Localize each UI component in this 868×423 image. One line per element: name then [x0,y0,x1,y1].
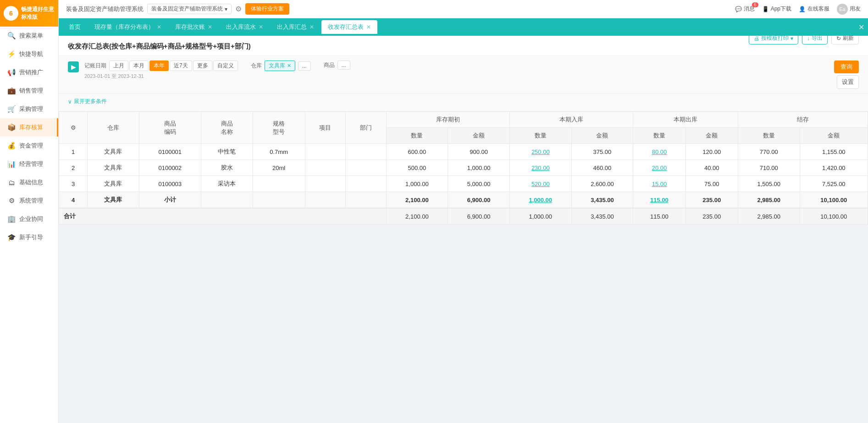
sidebar-item-system[interactable]: ⚙ 系统管理 [0,192,58,210]
tab-collect[interactable]: 收发存汇总表 ✕ [321,20,377,34]
goods-more-button[interactable]: ... [337,60,350,70]
row-open-qty: 500.00 [386,160,448,176]
filter-section: 记账日期 上月 本月 本年 近7天 更多 自定义 2023-01-01 至 20… [84,60,829,80]
sidebar-item-search[interactable]: 🔍 搜索菜单 [0,27,58,45]
print-icon: 🖨 [754,36,759,42]
filter-settings-button[interactable]: 设置 [837,75,859,89]
print-button[interactable]: 🖨 按模板打印 ▾ [749,36,798,44]
refresh-button[interactable]: ↻ 刷新 [831,36,859,44]
app-download-button[interactable]: 📱 App下载 [762,5,791,13]
total-bal-amt: 10,100.00 [800,208,868,225]
tab-close-inout[interactable]: ✕ [259,24,263,30]
close-all-tabs-button[interactable]: ✕ [858,23,864,32]
sidebar-item-newbie[interactable]: 🎓 新手引导 [0,228,58,247]
online-service-button[interactable]: 👤 在线客服 [799,5,829,13]
date-btn-this-year[interactable]: 本年 [149,60,169,71]
sidebar-item-purchase[interactable]: 🛒 采购管理 [0,100,58,118]
col-out-amt-header: 金额 [686,128,738,144]
export-button[interactable]: ↓ 导出 [802,36,828,44]
page-header: 收发存汇总表(按仓库+商品编码+商品+规格型号+项目+部门) 🖨 按模板打印 ▾… [59,36,868,56]
sidebar: 6 畅捷通好生意 标准版 🔍 搜索菜单 ⚡ 快捷导航 📢 营销推广 💼 销售管理… [0,0,59,423]
system-dropdown[interactable]: 装备及固定资产辅助管理系统 ▾ [147,4,232,14]
row-in-qty[interactable]: 230.00 [509,160,571,176]
base-icon: 🗂 [7,179,16,187]
row-in-qty[interactable]: 1,000.00 [509,192,571,209]
date-btn-custom[interactable]: 自定义 [213,60,238,71]
row-out-qty[interactable]: 20.00 [633,160,686,176]
tab-inventory[interactable]: 现存量（库存分布表） ✕ [88,20,168,34]
row-open-qty: 1,000.00 [386,176,448,192]
table-row: 3文具库0100003采访本1,000.005,000.00520.002,60… [59,176,868,192]
page-title: 收发存汇总表(按仓库+商品编码+商品+规格型号+项目+部门) [68,42,251,50]
row-bal-amt: 10,100.00 [800,192,868,209]
col-bal-qty-header: 数量 [738,128,800,144]
sidebar-item-quick[interactable]: ⚡ 快捷导航 [0,45,58,63]
row-spec: 20ml [253,160,305,176]
tab-close-collect[interactable]: ✕ [366,24,371,30]
row-in-qty[interactable]: 250.00 [509,144,571,160]
table-row: 1文具库0100001中性笔0.7mm600.00900.00250.00375… [59,144,868,160]
row-open-amt: 900.00 [448,144,510,160]
tab-summary[interactable]: 出入库汇总 ✕ [271,20,321,34]
date-btn-more[interactable]: 更多 [193,60,212,71]
row-open-qty: 600.00 [386,144,448,160]
filter-toggle-button[interactable]: ▶ [68,61,79,72]
expand-conditions-button[interactable]: ∨ 展开更多条件 [68,96,107,107]
tab-close-batch[interactable]: ✕ [208,24,212,30]
warehouse-filter-row: 仓库 文具库 ✕ ... [251,60,311,71]
total-out-qty: 115.00 [633,208,686,225]
row-out-qty[interactable]: 80.00 [633,144,686,160]
goods-filter-label: 商品 [324,61,335,69]
operation-icon: 📊 [7,160,16,168]
data-table: ⚙ 仓库 商品编码 商品名称 规格型号 项目 部门 库存期初 本期入库 本期出库… [59,111,868,225]
settings-icon[interactable]: ⚙ [235,5,242,13]
sidebar-item-finance[interactable]: 💰 资金管理 [0,137,58,155]
warehouse-tag-close[interactable]: ✕ [287,63,291,69]
avatar: Ea [837,4,848,15]
col-open-qty-header: 数量 [386,128,448,144]
col-settings-header[interactable]: ⚙ [59,112,88,144]
date-btn-last-month[interactable]: 上月 [109,60,128,71]
sidebar-item-marketing[interactable]: 📢 营销推广 [0,63,58,82]
table-row: 4文具库小计2,100.006,900.001,000.003,435.0011… [59,192,868,209]
row-name: 采访本 [201,176,253,192]
query-button[interactable]: 查询 [834,60,859,73]
col-out-qty-header: 数量 [633,128,686,144]
date-btn-this-month[interactable]: 本月 [129,60,149,71]
row-dept [346,176,386,192]
row-bal-qty: 1,505.00 [738,176,800,192]
experience-button[interactable]: 体验行业方案 [245,3,289,15]
date-btn-7days[interactable]: 近7天 [170,60,192,71]
tab-close-summary[interactable]: ✕ [310,24,314,30]
col-project-header: 项目 [305,112,345,144]
sidebar-item-inventory[interactable]: 📦 库存核算 [0,118,58,137]
row-out-qty[interactable]: 15.00 [633,176,686,192]
app-logo: 6 畅捷通好生意 标准版 [0,0,58,27]
tab-home[interactable]: 首页 [62,20,87,34]
row-spec: 0.7mm [253,144,305,160]
sidebar-item-operation[interactable]: 📊 经营管理 [0,155,58,173]
sidebar-item-sales[interactable]: 💼 销售管理 [0,82,58,100]
total-in-qty: 1,000.00 [509,208,571,225]
row-in-qty[interactable]: 520.00 [509,176,571,192]
row-out-amt: 235.00 [686,192,738,209]
logo-text: 畅捷通好生意 标准版 [21,5,54,21]
warehouse-more-button[interactable]: ... [298,61,311,71]
chevron-down-icon: ▾ [225,6,227,12]
row-in-amt: 460.00 [571,160,633,176]
tab-inout[interactable]: 出入库流水 ✕ [220,20,270,34]
row-dept [346,192,386,209]
row-open-qty: 2,100.00 [386,192,448,209]
row-name: 胶水 [201,160,253,176]
logo-icon: 6 [4,6,18,21]
tab-batch[interactable]: 库存批次账 ✕ [169,20,219,34]
purchase-icon: 🛒 [7,105,16,113]
col-opening-header: 库存期初 [386,112,509,128]
row-out-qty[interactable]: 115.00 [633,192,686,209]
sidebar-item-corp[interactable]: 🏢 企业协同 [0,210,58,228]
message-button[interactable]: 💬 消息 6 [735,5,755,13]
tab-close-inventory[interactable]: ✕ [157,24,161,30]
sidebar-item-base[interactable]: 🗂 基础信息 [0,173,58,192]
newbie-icon: 🎓 [7,233,16,242]
user-button[interactable]: Ea 用友 [837,4,861,15]
